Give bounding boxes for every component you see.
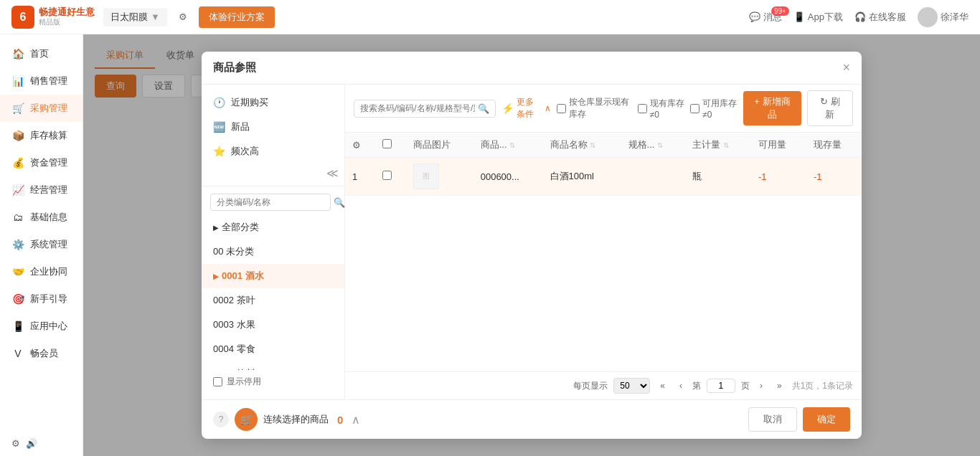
- sidebar-label-app-center: 应用中心: [30, 320, 67, 333]
- col-code[interactable]: 商品... ⇅: [473, 133, 543, 158]
- help-icon[interactable]: ?: [213, 412, 229, 427]
- add-product-button[interactable]: + 新增商品: [743, 91, 801, 125]
- system-icon: ⚙️: [11, 238, 24, 251]
- confirm-button[interactable]: 确定: [803, 407, 850, 432]
- category-liquor[interactable]: ▶ 0001 酒水: [202, 264, 344, 288]
- col-image: 商品图片: [406, 133, 473, 158]
- trial-button[interactable]: 体验行业方案: [199, 6, 275, 28]
- left-panel: 🕐 近期购买 🆕 新品 ⭐ 频次高 ≪: [202, 85, 345, 399]
- sidebar-item-app-center[interactable]: 📱 应用中心: [0, 313, 83, 340]
- table-row[interactable]: 1 图 000600... 白酒100ml 瓶: [345, 158, 862, 196]
- sort-name-icon: ⇅: [590, 141, 595, 149]
- user-name: 徐泽华: [941, 11, 969, 24]
- page-input[interactable]: [707, 379, 735, 393]
- checkbox-current-stock[interactable]: 现有库存≠0: [638, 98, 685, 120]
- left-menu-recent-label: 近期购买: [231, 96, 268, 109]
- col-stock: 现存量: [806, 133, 862, 158]
- nav-service[interactable]: 🎧 在线客服: [854, 11, 906, 24]
- sidebar-label-home: 首页: [30, 47, 49, 60]
- category-fruit[interactable]: 0003 水果: [202, 313, 344, 337]
- left-menu-new[interactable]: 🆕 新品: [202, 115, 344, 139]
- cart-icon-button[interactable]: 🛒: [235, 408, 258, 431]
- left-menu-frequent[interactable]: ⭐ 频次高: [202, 139, 344, 163]
- sidebar-label-collab: 企业协同: [30, 265, 67, 278]
- modal-close-button[interactable]: ×: [842, 60, 850, 75]
- app-center-icon: 📱: [11, 320, 24, 333]
- nav-settings-icon[interactable]: ⚙: [176, 9, 190, 25]
- category-drinks[interactable]: 0005 饮料: [202, 361, 344, 370]
- select-all-checkbox[interactable]: [382, 139, 392, 148]
- cancel-button[interactable]: 取消: [748, 407, 797, 432]
- col-name[interactable]: 商品名称 ⇅: [543, 133, 621, 158]
- checkbox-warehouse-stock[interactable]: 按仓库显示现有库存: [557, 96, 632, 120]
- category-all-arrow: ▶: [213, 224, 219, 232]
- sidebar-item-basic-info[interactable]: 🗂 基础信息: [0, 204, 83, 231]
- nav-brand[interactable]: 日太阳膜 ▼: [103, 8, 167, 27]
- category-search-icon[interactable]: 🔍: [334, 197, 345, 208]
- nav-user[interactable]: 徐泽华: [918, 7, 969, 27]
- row-checkbox-cell[interactable]: [375, 158, 406, 196]
- page-first-button[interactable]: «: [656, 379, 669, 392]
- settings-bottom-icon[interactable]: ⚙: [11, 438, 20, 449]
- page-last-button[interactable]: »: [773, 379, 786, 392]
- cart-label: 连续选择的商品: [263, 413, 329, 426]
- page-label: 第: [692, 380, 701, 392]
- product-image-placeholder: 图: [413, 163, 439, 189]
- col-available: 可用量: [751, 133, 806, 158]
- sidebar-item-inventory[interactable]: 📦 库存核算: [0, 122, 83, 149]
- col-unit[interactable]: 主计量 ⇅: [685, 133, 751, 158]
- sidebar-label-basic-info: 基础信息: [30, 211, 67, 224]
- checkbox-available-stock[interactable]: 可用库存≠0: [690, 98, 738, 120]
- product-search-box[interactable]: 🔍: [354, 100, 496, 118]
- col-checkbox[interactable]: [375, 133, 406, 158]
- page-total-info: 共1页，1条记录: [792, 380, 853, 392]
- col-settings[interactable]: ⚙: [345, 133, 375, 158]
- category-uncategorized[interactable]: 00 未分类: [202, 239, 344, 264]
- cart-count: 0: [337, 414, 343, 426]
- right-panel: 🔍 ⚡ 更多条件 ∧ 按仓库显示现有库存: [345, 85, 862, 399]
- sidebar-item-guide[interactable]: 🎯 新手引导: [0, 285, 83, 313]
- checkbox-current-label: 现有库存≠0: [650, 98, 685, 120]
- sidebar-item-system[interactable]: ⚙️ 系统管理: [0, 231, 83, 258]
- more-filter-button[interactable]: ⚡ 更多条件 ∧: [501, 96, 551, 120]
- sidebar-label-guide: 新手引导: [30, 293, 67, 305]
- app-label: App下载: [808, 11, 843, 24]
- footer-left: ? 🛒 连续选择的商品 0 ∧: [213, 408, 360, 431]
- modal-header: 商品参照 ×: [202, 52, 862, 85]
- sidebar-item-collab[interactable]: 🤝 企业协同: [0, 258, 83, 285]
- category-snacks[interactable]: 0004 零食: [202, 337, 344, 361]
- filter-label: 更多条件: [517, 96, 542, 120]
- category-tea[interactable]: 0002 茶叶: [202, 288, 344, 313]
- sidebar-item-home[interactable]: 🏠 首页: [0, 40, 83, 67]
- volume-icon[interactable]: 🔊: [26, 438, 37, 449]
- sidebar-item-member[interactable]: V 畅会员: [0, 340, 83, 367]
- row-checkbox[interactable]: [382, 171, 392, 180]
- category-search-input[interactable]: [210, 194, 331, 211]
- row-spec: [621, 158, 685, 196]
- filter-arrow-icon: ∧: [545, 103, 551, 113]
- product-reference-modal: 商品参照 × 🕐 近期购买 🆕 新品: [202, 52, 862, 439]
- sidebar-item-finance[interactable]: 💰 资金管理: [0, 149, 83, 176]
- page-prev-button[interactable]: ‹: [675, 379, 687, 392]
- left-menu-recent[interactable]: 🕐 近期购买: [202, 90, 344, 115]
- headset-icon: 🎧: [854, 11, 866, 22]
- refresh-button[interactable]: ↻ 刷新: [807, 90, 853, 126]
- cart-collapse-icon[interactable]: ∧: [352, 413, 360, 427]
- col-spec[interactable]: 规格... ⇅: [621, 133, 685, 158]
- nav-message[interactable]: 💬 消息 99+: [749, 11, 782, 24]
- sidebar-item-sales[interactable]: 📊 销售管理: [0, 67, 83, 95]
- nav-app-download[interactable]: 📱 App下载: [793, 11, 843, 24]
- logo-text-block: 畅捷通好生意 精品版: [39, 6, 95, 28]
- member-icon: V: [11, 347, 24, 360]
- page-next-button[interactable]: ›: [755, 379, 767, 392]
- sidebar-item-purchase[interactable]: 🛒 采购管理: [0, 95, 83, 122]
- category-all[interactable]: ▶ 全部分类: [202, 215, 344, 239]
- message-badge: 99+: [771, 6, 789, 16]
- sidebar-item-operations[interactable]: 📈 经营管理: [0, 176, 83, 204]
- product-search-input[interactable]: [360, 103, 475, 113]
- left-panel-collapse-icon[interactable]: ≪: [326, 166, 339, 180]
- show-disabled-checkbox[interactable]: [213, 377, 222, 386]
- purchase-icon: 🛒: [11, 102, 24, 115]
- per-page-select[interactable]: 50 100: [613, 378, 650, 394]
- product-search-icon[interactable]: 🔍: [478, 103, 489, 114]
